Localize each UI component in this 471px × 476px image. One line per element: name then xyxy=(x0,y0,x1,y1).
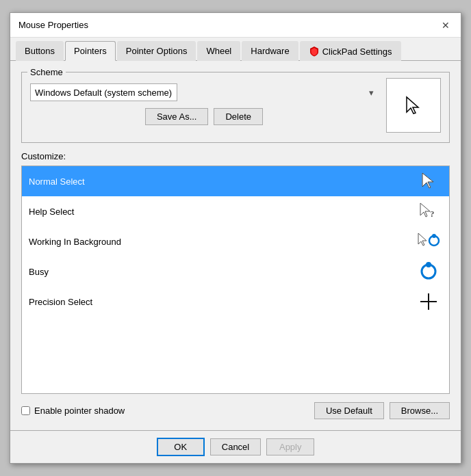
list-item-name: Busy xyxy=(29,267,49,277)
tab-hardware[interactable]: Hardware xyxy=(242,41,298,61)
scheme-controls: Windows Default (system scheme) Windows … xyxy=(30,78,378,133)
tab-wheel[interactable]: Wheel xyxy=(197,41,240,61)
cancel-button[interactable]: Cancel xyxy=(210,438,261,455)
scheme-group: Scheme Windows Default (system scheme) W… xyxy=(21,72,450,143)
shadow-row: Enable pointer shadow Use Default Browse… xyxy=(21,402,450,419)
list-item-icon xyxy=(415,292,442,311)
normal-select-cursor-icon xyxy=(420,172,437,191)
customize-list-wrap: Normal Select Help Select ? xyxy=(21,166,450,394)
tab-clickpad[interactable]: ClickPad Settings xyxy=(300,41,401,61)
working-bg-cursor-icon xyxy=(416,232,441,251)
title-bar: Mouse Properties ✕ xyxy=(10,13,461,38)
dialog-footer: OK Cancel Apply xyxy=(10,430,461,463)
svg-point-9 xyxy=(426,262,431,267)
list-item[interactable]: Working In Background xyxy=(22,226,449,256)
list-item-icon xyxy=(415,172,442,191)
scheme-buttons: Save As... Delete xyxy=(30,108,378,125)
svg-text:?: ? xyxy=(430,209,435,219)
apply-button[interactable]: Apply xyxy=(266,438,314,455)
browse-button[interactable]: Browse... xyxy=(390,402,450,419)
tab-content: Scheme Windows Default (system scheme) W… xyxy=(10,61,461,430)
shadow-label-text: Enable pointer shadow xyxy=(34,406,125,416)
list-item-icon: ? xyxy=(415,202,442,221)
delete-button[interactable]: Delete xyxy=(214,108,263,125)
tab-bar: Buttons Pointers Pointer Options Wheel H… xyxy=(10,38,461,61)
tab-pointer-options[interactable]: Pointer Options xyxy=(117,41,196,61)
list-item-name: Working In Background xyxy=(29,237,121,247)
clickpad-shield-icon xyxy=(309,46,320,57)
scheme-area: Windows Default (system scheme) Windows … xyxy=(30,78,441,133)
scheme-dropdown-wrap: Windows Default (system scheme) Windows … xyxy=(30,83,378,101)
scheme-preview xyxy=(386,78,441,133)
scheme-group-label: Scheme xyxy=(27,67,66,77)
bottom-buttons: Use Default Browse... xyxy=(314,402,450,419)
scheme-select[interactable]: Windows Default (system scheme) Windows … xyxy=(30,83,177,101)
tab-buttons[interactable]: Buttons xyxy=(16,41,64,61)
window-title: Mouse Properties xyxy=(18,20,88,30)
list-item-icon xyxy=(415,262,442,281)
tab-clickpad-label: ClickPad Settings xyxy=(322,47,392,57)
busy-cursor-icon xyxy=(419,262,438,281)
shadow-checkbox-label[interactable]: Enable pointer shadow xyxy=(21,406,125,416)
list-item[interactable]: Busy xyxy=(22,256,449,287)
customize-label: Customize: xyxy=(21,151,450,161)
scheme-select-row: Windows Default (system scheme) Windows … xyxy=(30,83,378,101)
shadow-checkbox[interactable] xyxy=(21,406,30,415)
svg-marker-0 xyxy=(407,97,418,114)
list-item-name: Normal Select xyxy=(29,176,85,187)
list-item[interactable]: Normal Select xyxy=(22,166,449,196)
svg-point-7 xyxy=(432,234,436,238)
list-item[interactable]: Help Select ? xyxy=(22,196,449,226)
precision-select-cursor-icon xyxy=(419,292,438,311)
help-select-cursor-icon: ? xyxy=(418,202,439,221)
save-as-button[interactable]: Save As... xyxy=(145,108,209,125)
ok-button[interactable]: OK xyxy=(157,438,205,456)
list-item-name: Help Select xyxy=(29,207,74,217)
tab-pointers[interactable]: Pointers xyxy=(65,41,116,61)
preview-cursor-icon xyxy=(403,94,424,116)
close-button[interactable]: ✕ xyxy=(439,18,453,32)
svg-marker-3 xyxy=(420,203,430,217)
list-item-name: Precision Select xyxy=(29,297,92,307)
customize-list: Normal Select Help Select ? xyxy=(22,166,449,393)
mouse-properties-window: Mouse Properties ✕ Buttons Pointers Poin… xyxy=(10,12,461,464)
use-default-button[interactable]: Use Default xyxy=(314,402,384,419)
list-item[interactable]: Precision Select xyxy=(22,287,449,317)
list-item-icon xyxy=(415,232,442,251)
svg-marker-5 xyxy=(418,233,427,246)
